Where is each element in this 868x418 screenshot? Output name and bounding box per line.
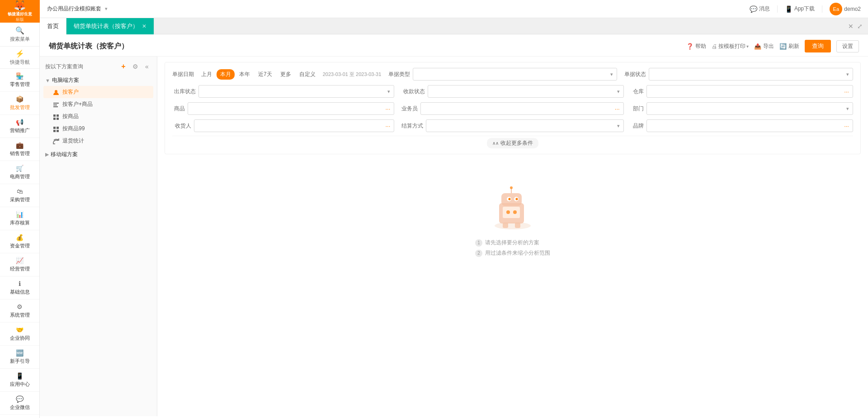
svg-rect-25	[515, 223, 520, 228]
out-status-label: 出库状态	[172, 88, 196, 95]
receiver-dots-icon[interactable]: ···	[385, 123, 390, 129]
message-label: 消息	[759, 5, 770, 13]
svg-rect-17	[501, 193, 522, 206]
left-panel-header: 按以下方案查询 + ⚙ «	[43, 60, 153, 75]
header-divider2	[822, 5, 822, 13]
goods-dots-icon[interactable]: ···	[385, 105, 390, 112]
settings-button[interactable]: 设置	[836, 40, 859, 52]
search-menu-item[interactable]: 🔍 搜索菜单	[0, 23, 39, 47]
empty-illustration	[486, 185, 540, 232]
doc-type-input[interactable]: ▾	[413, 68, 617, 81]
scheme-by-goods-99[interactable]: 按商品99	[43, 123, 153, 135]
empty-state: 1 请先选择要分析的方案 2 用过滤条件来缩小分析范围	[165, 158, 861, 287]
query-button[interactable]: 查询	[805, 40, 831, 52]
app-download-label: App下载	[794, 5, 815, 13]
breadcrumb-arrow[interactable]: ▾	[105, 6, 108, 12]
tab-home[interactable]: 首页	[40, 18, 66, 34]
date-tab-7days[interactable]: 近7天	[255, 69, 276, 80]
add-scheme-icon[interactable]: +	[119, 62, 128, 71]
svg-rect-6	[53, 118, 56, 120]
svg-rect-24	[503, 223, 508, 228]
export-label: 导出	[763, 43, 774, 50]
app-download-button[interactable]: 📱 App下载	[785, 5, 815, 13]
svg-point-15	[506, 210, 510, 214]
date-tab-last-month[interactable]: 上月	[198, 69, 216, 80]
sidebar-item-inventory[interactable]: 📊 库存核算	[0, 207, 39, 230]
date-tab-this-year[interactable]: 本年	[236, 69, 254, 80]
settings-scheme-icon[interactable]: ⚙	[131, 62, 140, 71]
sidebar-item-purchase[interactable]: 🛍 采购管理	[0, 184, 39, 207]
svg-rect-3	[53, 106, 58, 107]
sidebar-wechat-label: 企业微信	[10, 404, 30, 411]
out-status-input[interactable]: ▾	[198, 85, 394, 98]
warehouse-dots-icon[interactable]: ···	[844, 88, 849, 95]
tab-maximize-area: ✕ ⤢	[848, 23, 866, 30]
sidebar-item-ecommerce[interactable]: 🛒 电商管理	[0, 161, 39, 184]
out-status-chevron: ▾	[387, 89, 390, 95]
warehouse-input[interactable]: ···	[646, 85, 853, 98]
mobile-section-header[interactable]: ▶ 移动端方案	[43, 149, 153, 160]
sidebar-item-operation[interactable]: 📈 经营管理	[0, 253, 39, 276]
sidebar-item-retail[interactable]: 🏪 零售管理	[0, 69, 39, 92]
help-label: 帮助	[695, 43, 706, 50]
scheme-by-customer[interactable]: 按客户	[43, 86, 153, 98]
sidebar-item-finance[interactable]: 💰 资金管理	[0, 230, 39, 253]
filter-doc-status-group: 单据状态 ▾	[624, 68, 853, 81]
salesperson-input[interactable]: ···	[420, 102, 623, 115]
date-tab-this-month[interactable]: 本月	[217, 69, 235, 80]
sidebar-item-basic[interactable]: ℹ 基础信息	[0, 276, 39, 299]
sidebar-item-marketing[interactable]: 📢 营销推广	[0, 115, 39, 138]
goods-input[interactable]: ···	[188, 102, 394, 115]
refresh-button[interactable]: 🔄 刷新	[779, 43, 799, 50]
help-button[interactable]: ❓ 帮助	[686, 43, 706, 50]
svg-rect-8	[53, 127, 56, 129]
desktop-section-header[interactable]: ▼ 电脑端方案	[43, 75, 153, 86]
sidebar-item-guide[interactable]: 🆕 新手引导	[0, 346, 39, 369]
mobile-scheme-section: ▶ 移动端方案	[43, 149, 153, 160]
date-tab-more[interactable]: 更多	[277, 69, 295, 80]
sidebar-item-system[interactable]: ⚙ 系统管理	[0, 299, 39, 323]
by-goods-99-icon	[52, 125, 60, 133]
date-tab-custom[interactable]: 自定义	[296, 69, 319, 80]
print-template-button[interactable]: 🖨 按模板打印 ▾	[712, 43, 749, 50]
sidebar-coop-label: 企业协同	[10, 335, 30, 342]
message-button[interactable]: 💬 消息	[750, 5, 770, 13]
user-profile[interactable]: Ea demo2	[830, 3, 861, 15]
collapse-button[interactable]: ∧∧ 收起更多条件	[487, 138, 538, 148]
sidebar-item-wechat[interactable]: 💬 企业微信	[0, 392, 39, 415]
tab-close-icon[interactable]: ✕	[142, 23, 146, 29]
tab-sales-stat[interactable]: 销货单统计表（按客户） ✕	[66, 18, 154, 34]
scheme-by-goods[interactable]: 按商品	[43, 110, 153, 123]
sidebar-purchase-label: 采购管理	[10, 196, 30, 203]
search-label: 搜索菜单	[10, 36, 30, 43]
collapse-panel-icon[interactable]: «	[142, 62, 151, 71]
sidebar-guide-label: 新手引导	[10, 358, 30, 365]
quick-nav-item[interactable]: ⚡ 快捷导航	[0, 47, 39, 69]
collect-status-input[interactable]: ▾	[428, 85, 623, 98]
right-panel: 单据日期 上月 本月 本年 近7天 更多 自定义 2023-03-01 至 20…	[157, 57, 868, 416]
sidebar-item-sales[interactable]: 💼 销售管理	[0, 138, 39, 161]
sidebar-item-wholesale[interactable]: 📦 批发管理	[0, 92, 39, 115]
receiver-input[interactable]: ···	[194, 119, 394, 132]
svg-rect-4	[53, 114, 56, 117]
sidebar-item-coop[interactable]: 🤝 企业协同	[0, 323, 39, 346]
sidebar-item-member[interactable]: 👑 畅会员	[0, 415, 39, 418]
scheme-return-stat[interactable]: 退货统计	[43, 135, 153, 147]
tab-close-window-icon[interactable]: ✕	[848, 23, 854, 30]
export-button[interactable]: 📤 导出	[754, 43, 774, 50]
filter-doc-type-group: 单据类型 ▾	[388, 68, 617, 81]
svg-point-23	[510, 186, 513, 189]
brand-label: 品牌	[631, 122, 644, 130]
scheme-by-customer-goods[interactable]: 按客户+商品	[43, 98, 153, 110]
doc-status-input[interactable]: ▾	[649, 68, 853, 81]
tab-expand-icon[interactable]: ⤢	[857, 23, 863, 30]
page-title: 销货单统计表（按客户）	[49, 42, 128, 51]
dept-input[interactable]: ▾	[646, 102, 853, 115]
brand-dots-icon[interactable]: ···	[844, 123, 849, 129]
salesperson-dots-icon[interactable]: ···	[615, 105, 620, 112]
scheme-return-stat-label: 退货统计	[62, 137, 84, 145]
settle-input[interactable]: ▾	[426, 119, 623, 132]
sidebar-item-apps[interactable]: 📱 应用中心	[0, 369, 39, 392]
brand-input[interactable]: ···	[646, 119, 853, 132]
svg-rect-9	[57, 127, 59, 129]
